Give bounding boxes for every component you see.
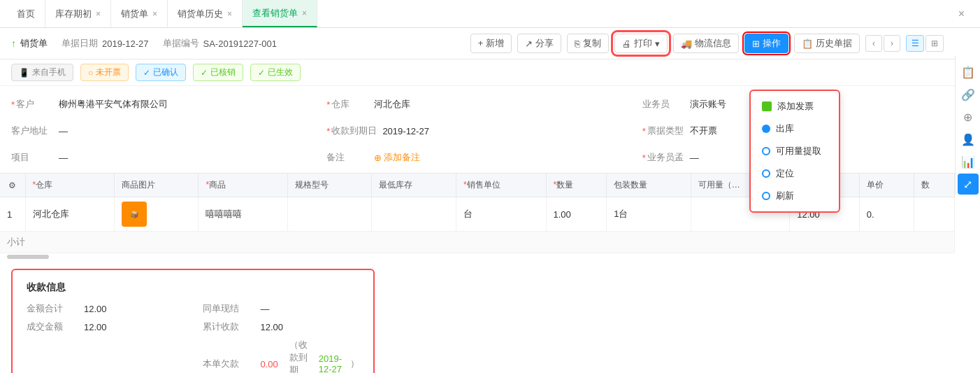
phone-icon: 📱 (19, 68, 29, 78)
col-amount: 数 (914, 174, 955, 197)
row-image: 📦 (114, 197, 198, 232)
deal-amount-row: 成交金额 12.00 (27, 321, 175, 333)
tab-view-sales[interactable]: 查看销货单 × (243, 0, 317, 27)
tab-sales-history[interactable]: 销货单历史 × (168, 0, 243, 27)
grid-view-btn[interactable]: ⊞ (925, 35, 944, 52)
copy-button[interactable]: ⎘ 复制 (567, 34, 609, 53)
right-icon-chart[interactable]: 📊 (958, 151, 979, 172)
copy-label: 复制 (583, 37, 601, 50)
tab-sales-history-close[interactable]: × (227, 9, 232, 19)
tab-view-sales-close[interactable]: × (302, 8, 307, 18)
share-icon: ↗ (525, 38, 533, 49)
locate-label: 定位 (776, 167, 794, 180)
reviewed-icon: ✓ (201, 68, 208, 78)
payment-info-title: 收款信息 (27, 281, 359, 294)
window-close-button[interactable]: × (950, 8, 973, 20)
next-arrow[interactable]: › (884, 35, 900, 52)
sales-staff-label: * 业务员孟 (642, 151, 684, 164)
right-icon-link[interactable]: 🔗 (958, 84, 979, 105)
customer-row: * 客户 柳州粤港平安气体有限公司 (11, 94, 312, 114)
doc-type-icon: ↑ (11, 38, 16, 49)
doc-number-label: 单据编号 (163, 37, 199, 50)
deal-amount-value: 12.00 (84, 322, 107, 332)
add-remark-btn[interactable]: ⊕ 添加备注 (374, 151, 420, 164)
from-phone-btn[interactable]: 📱 来自手机 (11, 64, 73, 81)
locate-icon (762, 169, 770, 178)
ticket-label: * 票据类型 (642, 125, 684, 137)
col-pack-qty: 包装数量 (607, 174, 691, 197)
owe-due-date: 2019-12-27 (319, 353, 342, 373)
row-warehouse: 河北仓库 (25, 197, 114, 232)
owe-row: 本单欠款 0.00 （收款到期日: 2019-12-27 ） (203, 339, 359, 373)
total-amount-row: 金额合计 12.00 (27, 302, 175, 315)
doc-type-label: 销货单 (20, 37, 48, 50)
outbound-icon (762, 125, 770, 133)
refresh-item[interactable]: 刷新 (751, 185, 839, 207)
col-spec: 规格型号 (287, 174, 371, 197)
owe-label: 本单欠款 (203, 358, 252, 370)
owe-due-close: ） (350, 358, 359, 370)
add-invoice-label: 添加发票 (777, 100, 814, 113)
remark-row: 备注 ⊕ 添加备注 (326, 148, 628, 167)
scroll-indicator[interactable] (7, 255, 49, 259)
subtotal-row: 小计 (0, 232, 955, 253)
project-label: 项目 (11, 151, 53, 164)
right-icon-doc[interactable]: 📋 (958, 62, 979, 83)
same-order-row: 同单现结 — (203, 302, 359, 315)
payment-grid: 金额合计 12.00 成交金额 12.00 同单现结 — 累计收款 (27, 302, 359, 373)
row-amount (914, 197, 955, 232)
outbound-item[interactable]: 出库 (751, 118, 839, 140)
operation-button[interactable]: ⊞ 操作 (744, 34, 788, 53)
col-min-stock: 最低库存 (372, 174, 456, 197)
add-invoice-item[interactable]: 添加发票 (751, 95, 839, 118)
row-quantity: 1.00 (546, 197, 607, 232)
logistics-button[interactable]: 🚚 物流信息 (673, 34, 739, 53)
right-icon-add[interactable]: ⊕ (958, 106, 979, 127)
not-open-ticket-btn[interactable]: ○ 未开票 (80, 64, 129, 81)
col-product: *商品 (199, 174, 287, 197)
add-button[interactable]: + 新增 (470, 34, 512, 53)
same-order-label: 同单现结 (203, 302, 252, 315)
operation-label: 操作 (763, 37, 781, 50)
share-button[interactable]: ↗ 分享 (517, 34, 561, 53)
row-min-stock (372, 197, 456, 232)
tab-home[interactable]: 首页 (7, 0, 45, 27)
doc-number-item: 单据编号 SA-20191227-001 (163, 37, 278, 50)
remark-label: 备注 (326, 151, 368, 164)
product-thumbnail: 📦 (122, 202, 147, 227)
payment-date-label: * 收款到期日 (326, 125, 377, 137)
operation-icon: ⊞ (752, 38, 760, 49)
right-icon-expand[interactable]: ⤢ (958, 174, 979, 195)
same-order-value: — (260, 304, 269, 314)
project-value: — (59, 153, 312, 163)
tab-inventory-init-close[interactable]: × (96, 9, 101, 19)
list-view-btn[interactable]: ☰ (906, 35, 924, 52)
warehouse-label: * 仓库 (326, 98, 368, 111)
print-label: 打印 (634, 37, 652, 50)
right-icon-user[interactable]: 👤 (958, 129, 979, 150)
history-icon: 📋 (802, 38, 813, 49)
print-button[interactable]: 🖨 打印 ▾ (614, 34, 668, 53)
history-button[interactable]: 📋 历史单据 (794, 34, 860, 53)
tab-sales-order-close[interactable]: × (152, 9, 157, 19)
locate-item[interactable]: 定位 (751, 162, 839, 185)
available-pick-item[interactable]: 可用量提取 (751, 140, 839, 162)
reviewed-btn[interactable]: ✓ 已核销 (193, 64, 243, 81)
outbound-label: 出库 (776, 122, 794, 135)
confirmed-btn[interactable]: ✓ 已确认 (136, 64, 186, 81)
doc-number-value: SA-20191227-001 (203, 38, 278, 49)
content-body: ↑ 销货单 单据日期 2019-12-27 单据编号 SA-20191227-0… (0, 28, 980, 373)
payment-left: 金额合计 12.00 成交金额 12.00 (27, 302, 175, 373)
effective-btn[interactable]: ✓ 已生效 (250, 64, 301, 81)
tab-sales-order[interactable]: 销货单 × (111, 0, 168, 27)
tab-inventory-init[interactable]: 库存期初 × (45, 0, 111, 27)
prev-arrow[interactable]: ‹ (865, 35, 882, 52)
col-image: 商品图片 (114, 174, 198, 197)
doc-title: ↑ 销货单 (11, 37, 48, 50)
col-settings[interactable]: ⚙ (0, 174, 25, 197)
tab-inventory-init-label: 库存期初 (55, 8, 92, 20)
col-unit-price: 单价 (859, 174, 914, 197)
row-num: 1 (0, 197, 25, 232)
refresh-icon (762, 192, 770, 200)
col-sales-unit: *销售单位 (456, 174, 546, 197)
